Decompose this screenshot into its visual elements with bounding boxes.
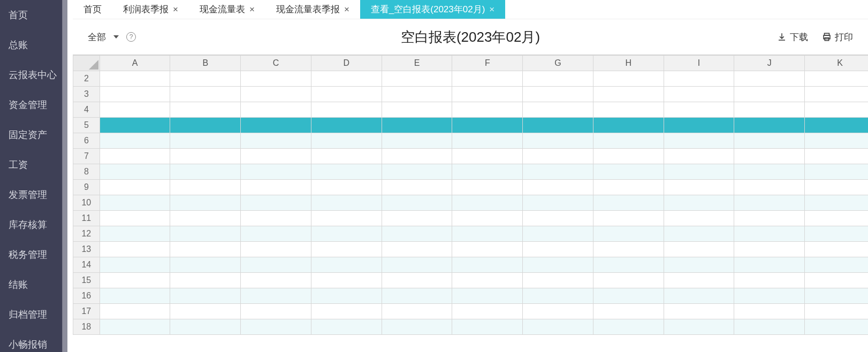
cell-B6[interactable] xyxy=(170,133,241,149)
cell-K7[interactable] xyxy=(805,149,868,164)
cell-C9[interactable] xyxy=(241,180,311,195)
cell-I16[interactable] xyxy=(664,288,734,304)
cell-A2[interactable] xyxy=(100,71,170,87)
cell-F13[interactable] xyxy=(452,242,523,257)
cell-H8[interactable] xyxy=(593,164,664,180)
cell-D5[interactable] xyxy=(311,118,382,133)
cell-A10[interactable] xyxy=(100,195,170,211)
cell-C2[interactable] xyxy=(241,71,311,87)
cell-B13[interactable] xyxy=(170,242,241,257)
cell-G17[interactable] xyxy=(523,304,593,319)
cell-B4[interactable] xyxy=(170,102,241,118)
row-header-17[interactable]: 17 xyxy=(73,304,100,319)
cell-G9[interactable] xyxy=(523,180,593,195)
cell-G7[interactable] xyxy=(523,149,593,164)
cell-F11[interactable] xyxy=(452,211,523,226)
close-icon[interactable]: × xyxy=(173,5,178,14)
cell-C4[interactable] xyxy=(241,102,311,118)
row-header-7[interactable]: 7 xyxy=(73,149,100,164)
cell-E5[interactable] xyxy=(382,118,452,133)
cell-I15[interactable] xyxy=(664,273,734,288)
cell-B10[interactable] xyxy=(170,195,241,211)
cell-F10[interactable] xyxy=(452,195,523,211)
cell-H16[interactable] xyxy=(593,288,664,304)
cell-F5[interactable] xyxy=(452,118,523,133)
column-header-I[interactable]: I xyxy=(664,56,734,71)
cell-J2[interactable] xyxy=(734,71,805,87)
cell-E12[interactable] xyxy=(382,226,452,242)
sidebar-item-9[interactable]: 结账 xyxy=(0,270,67,300)
cell-C12[interactable] xyxy=(241,226,311,242)
cell-E9[interactable] xyxy=(382,180,452,195)
tab-3[interactable]: 现金流量表季报× xyxy=(265,0,360,19)
cell-F3[interactable] xyxy=(452,87,523,102)
cell-G15[interactable] xyxy=(523,273,593,288)
cell-J9[interactable] xyxy=(734,180,805,195)
cell-C5[interactable] xyxy=(241,118,311,133)
row-header-9[interactable]: 9 xyxy=(73,180,100,195)
cell-F17[interactable] xyxy=(452,304,523,319)
row-header-16[interactable]: 16 xyxy=(73,288,100,304)
cell-K11[interactable] xyxy=(805,211,868,226)
cell-K18[interactable] xyxy=(805,319,868,335)
cell-A18[interactable] xyxy=(100,319,170,335)
cell-I12[interactable] xyxy=(664,226,734,242)
cell-A16[interactable] xyxy=(100,288,170,304)
cell-J4[interactable] xyxy=(734,102,805,118)
spreadsheet[interactable]: ABCDEFGHIJK23456789101112131415161718 xyxy=(73,55,868,352)
cell-E10[interactable] xyxy=(382,195,452,211)
cell-G10[interactable] xyxy=(523,195,593,211)
sidebar-scrollbar[interactable] xyxy=(62,0,67,352)
cell-D3[interactable] xyxy=(311,87,382,102)
cell-B12[interactable] xyxy=(170,226,241,242)
cell-H3[interactable] xyxy=(593,87,664,102)
cell-G6[interactable] xyxy=(523,133,593,149)
cell-I7[interactable] xyxy=(664,149,734,164)
cell-K6[interactable] xyxy=(805,133,868,149)
cell-K5[interactable] xyxy=(805,118,868,133)
cell-A15[interactable] xyxy=(100,273,170,288)
sidebar-item-8[interactable]: 税务管理 xyxy=(0,240,67,270)
cell-D13[interactable] xyxy=(311,242,382,257)
cell-F7[interactable] xyxy=(452,149,523,164)
cell-I2[interactable] xyxy=(664,71,734,87)
cell-K9[interactable] xyxy=(805,180,868,195)
cell-I17[interactable] xyxy=(664,304,734,319)
cell-J3[interactable] xyxy=(734,87,805,102)
cell-K3[interactable] xyxy=(805,87,868,102)
column-header-C[interactable]: C xyxy=(241,56,311,71)
tab-2[interactable]: 现金流量表× xyxy=(189,0,265,19)
sidebar-item-3[interactable]: 资金管理 xyxy=(0,90,67,120)
cell-C17[interactable] xyxy=(241,304,311,319)
cell-I9[interactable] xyxy=(664,180,734,195)
cell-E6[interactable] xyxy=(382,133,452,149)
column-header-B[interactable]: B xyxy=(170,56,241,71)
cell-D7[interactable] xyxy=(311,149,382,164)
cell-G5[interactable] xyxy=(523,118,593,133)
cell-K8[interactable] xyxy=(805,164,868,180)
row-header-3[interactable]: 3 xyxy=(73,87,100,102)
cell-J5[interactable] xyxy=(734,118,805,133)
cell-A3[interactable] xyxy=(100,87,170,102)
cell-I10[interactable] xyxy=(664,195,734,211)
cell-D17[interactable] xyxy=(311,304,382,319)
cell-C15[interactable] xyxy=(241,273,311,288)
cell-G11[interactable] xyxy=(523,211,593,226)
cell-F9[interactable] xyxy=(452,180,523,195)
cell-D10[interactable] xyxy=(311,195,382,211)
cell-K14[interactable] xyxy=(805,257,868,273)
cell-D11[interactable] xyxy=(311,211,382,226)
cell-F15[interactable] xyxy=(452,273,523,288)
cell-E7[interactable] xyxy=(382,149,452,164)
cell-J13[interactable] xyxy=(734,242,805,257)
cell-B2[interactable] xyxy=(170,71,241,87)
cell-F4[interactable] xyxy=(452,102,523,118)
cell-C18[interactable] xyxy=(241,319,311,335)
cell-B11[interactable] xyxy=(170,211,241,226)
sidebar-item-0[interactable]: 首页 xyxy=(0,0,67,30)
cell-D8[interactable] xyxy=(311,164,382,180)
cell-H10[interactable] xyxy=(593,195,664,211)
tab-4[interactable]: 查看_空白报表(2023年02月)× xyxy=(360,0,505,19)
column-header-G[interactable]: G xyxy=(523,56,593,71)
cell-E11[interactable] xyxy=(382,211,452,226)
